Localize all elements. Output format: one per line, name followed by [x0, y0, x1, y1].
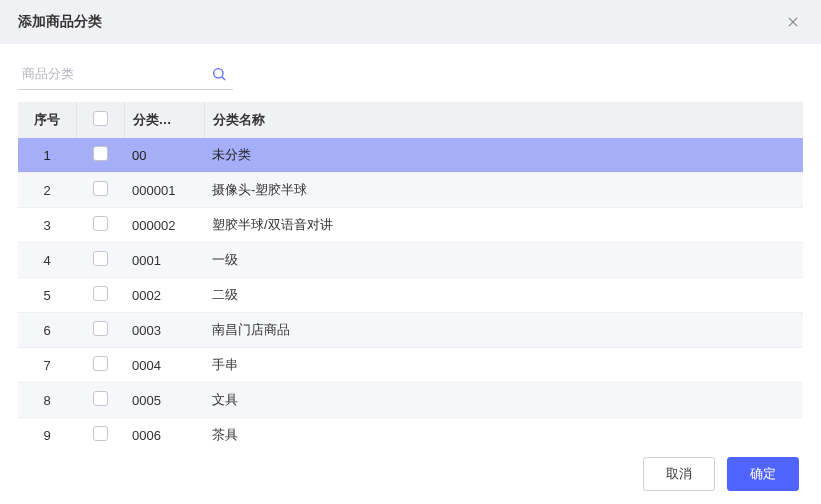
cell-checkbox[interactable] [76, 313, 124, 348]
cell-checkbox[interactable] [76, 208, 124, 243]
cell-seq: 8 [18, 383, 76, 418]
cell-name: 一级 [204, 243, 803, 278]
cell-name: 塑胶半球/双语音对讲 [204, 208, 803, 243]
cell-seq: 4 [18, 243, 76, 278]
table-container: 序号 分类… 分类名称 100未分类2000001摄像头-塑胶半球3000002… [18, 102, 803, 444]
table-body: 100未分类2000001摄像头-塑胶半球3000002塑胶半球/双语音对讲40… [18, 138, 803, 444]
table-row[interactable]: 50002二级 [18, 278, 803, 313]
checkbox-icon [93, 286, 108, 301]
cell-code: 000002 [124, 208, 204, 243]
cell-checkbox[interactable] [76, 418, 124, 445]
modal-body: 序号 分类… 分类名称 100未分类2000001摄像头-塑胶半球3000002… [0, 44, 821, 444]
th-name: 分类名称 [204, 102, 803, 138]
svg-point-2 [214, 69, 223, 78]
close-icon [786, 15, 800, 29]
modal-footer: 取消 确定 [0, 444, 821, 504]
table-row[interactable]: 40001一级 [18, 243, 803, 278]
cell-code: 0001 [124, 243, 204, 278]
category-table: 序号 分类… 分类名称 100未分类2000001摄像头-塑胶半球3000002… [18, 102, 803, 444]
checkbox-icon [93, 251, 108, 266]
table-row[interactable]: 2000001摄像头-塑胶半球 [18, 173, 803, 208]
table-row[interactable]: 80005文具 [18, 383, 803, 418]
table-row[interactable]: 3000002塑胶半球/双语音对讲 [18, 208, 803, 243]
cell-checkbox[interactable] [76, 383, 124, 418]
checkbox-icon [93, 321, 108, 336]
cell-name: 文具 [204, 383, 803, 418]
checkbox-icon [93, 181, 108, 196]
checkbox-icon [93, 146, 108, 161]
cell-code: 0003 [124, 313, 204, 348]
confirm-button[interactable]: 确定 [727, 457, 799, 491]
table-row[interactable]: 90006茶具 [18, 418, 803, 445]
cancel-button[interactable]: 取消 [643, 457, 715, 491]
cell-seq: 3 [18, 208, 76, 243]
modal-header: 添加商品分类 [0, 0, 821, 44]
cell-checkbox[interactable] [76, 243, 124, 278]
cell-code: 0006 [124, 418, 204, 445]
svg-line-3 [222, 77, 225, 80]
checkbox-icon [93, 356, 108, 371]
checkbox-icon [93, 426, 108, 441]
table-row[interactable]: 60003南昌门店商品 [18, 313, 803, 348]
th-checkbox[interactable] [76, 102, 124, 138]
cell-code: 0002 [124, 278, 204, 313]
search-row [18, 54, 803, 94]
modal: 添加商品分类 序号 分类… [0, 0, 821, 504]
cell-checkbox[interactable] [76, 173, 124, 208]
checkbox-icon [93, 216, 108, 231]
th-code: 分类… [124, 102, 204, 138]
search-icon[interactable] [211, 66, 227, 82]
cell-code: 0004 [124, 348, 204, 383]
close-button[interactable] [783, 12, 803, 32]
checkbox-icon [93, 111, 108, 126]
cell-checkbox[interactable] [76, 348, 124, 383]
table-header-row: 序号 分类… 分类名称 [18, 102, 803, 138]
cell-checkbox[interactable] [76, 278, 124, 313]
table-row[interactable]: 70004手串 [18, 348, 803, 383]
cell-code: 00 [124, 138, 204, 173]
modal-title: 添加商品分类 [18, 13, 102, 31]
th-seq: 序号 [18, 102, 76, 138]
cell-name: 二级 [204, 278, 803, 313]
cell-name: 手串 [204, 348, 803, 383]
search-wrap [18, 58, 233, 90]
cell-seq: 7 [18, 348, 76, 383]
cell-name: 摄像头-塑胶半球 [204, 173, 803, 208]
cell-code: 0005 [124, 383, 204, 418]
cell-name: 未分类 [204, 138, 803, 173]
cell-seq: 1 [18, 138, 76, 173]
cell-seq: 9 [18, 418, 76, 445]
cell-seq: 2 [18, 173, 76, 208]
cell-seq: 6 [18, 313, 76, 348]
cell-checkbox[interactable] [76, 138, 124, 173]
cell-name: 茶具 [204, 418, 803, 445]
cell-name: 南昌门店商品 [204, 313, 803, 348]
search-input[interactable] [18, 58, 233, 90]
table-scroll[interactable]: 序号 分类… 分类名称 100未分类2000001摄像头-塑胶半球3000002… [18, 102, 803, 444]
table-row[interactable]: 100未分类 [18, 138, 803, 173]
checkbox-icon [93, 391, 108, 406]
cell-code: 000001 [124, 173, 204, 208]
cell-seq: 5 [18, 278, 76, 313]
